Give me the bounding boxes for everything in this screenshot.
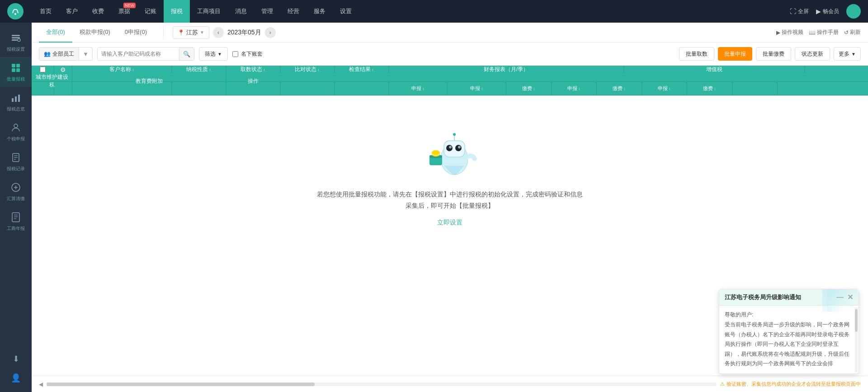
sort-icon-sub13: ↕ — [714, 86, 716, 91]
employee-icon: 👥 — [44, 51, 51, 57]
nav-invoice[interactable]: 票据 NEW — [111, 0, 137, 23]
svg-point-5 — [18, 39, 20, 42]
operation-manual-link[interactable]: 📖 操作手册 — [809, 29, 839, 36]
top-navigation: 首页 客户 收费 票据 NEW 记账 报税 工商项目 消息 管理 经营 服务 设… — [0, 0, 868, 23]
employee-selector[interactable]: 👥 全部员工 ▼ — [39, 47, 93, 61]
svg-rect-12 — [18, 95, 20, 102]
member-button[interactable]: ▶ 畅会员 — [816, 8, 839, 15]
tab-tax-declare[interactable]: 税款申报(0) — [72, 23, 118, 43]
date-navigation: 📍 江苏 ▼ ‹ 2023年05月 › — [163, 26, 276, 39]
setup-link[interactable]: 立即设置 — [437, 219, 462, 227]
left-scroll-arrow[interactable]: ◀ — [39, 381, 43, 387]
nav-right: ⛶ 全屏 ▶ 畅会员 — [790, 4, 861, 19]
th-sub-0 — [32, 82, 54, 95]
sort-icon: ↕ — [132, 67, 134, 72]
nav-service[interactable]: 服务 — [307, 0, 333, 23]
more-button[interactable]: 更多 ▼ — [834, 47, 861, 61]
nav-business[interactable]: 工商项目 — [190, 0, 228, 23]
tab-zero-declare[interactable]: 0申报(0) — [118, 23, 154, 43]
sidebar-item-tax-settings[interactable]: 报税设置 — [0, 27, 32, 57]
svg-rect-3 — [12, 37, 20, 38]
subsidiary-checkbox[interactable] — [232, 51, 238, 57]
batch-fetch-button[interactable]: 批量取数 — [679, 47, 714, 61]
settlement-icon — [9, 181, 22, 194]
notification-scrollbar[interactable] — [855, 307, 858, 373]
svg-point-35 — [432, 150, 440, 155]
tax-summary-icon — [9, 91, 22, 104]
toolbar: 👥 全部员工 ▼ 🔍 筛选 ▼ 名下账套 批 — [32, 43, 868, 66]
nav-management[interactable]: 管理 — [254, 0, 280, 23]
next-month-button[interactable]: › — [265, 27, 276, 38]
select-all-checkbox[interactable] — [40, 67, 46, 72]
svg-point-1 — [14, 13, 16, 15]
svg-rect-11 — [15, 96, 17, 102]
th-sub-6 — [335, 82, 389, 95]
new-badge: NEW — [123, 3, 136, 8]
th-sub-3 — [172, 82, 226, 95]
sidebar-item-user[interactable]: 👤 — [0, 368, 32, 387]
status-update-button[interactable]: 状态更新 — [795, 47, 830, 61]
sidebar-item-personal-tax[interactable]: 个税申报 — [0, 117, 32, 147]
table-header-sub: 申报 ↕ 申报 ↕ 缴费 ↕ 申报 ↕ 缴费 ↕ — [32, 82, 868, 96]
sidebar-item-annual-report[interactable]: 工商年报 — [0, 206, 32, 236]
table-header-top: ⚙ 客户名称 ↕ 纳税性质 ↕ 取数状态 ↕ 比对状态 ↕ — [32, 66, 868, 82]
settings-icon[interactable]: ⚙ — [60, 66, 66, 73]
th-sub-1 — [54, 82, 72, 95]
svg-point-27 — [449, 146, 452, 148]
batch-pay-button[interactable]: 批量缴费 — [756, 47, 791, 61]
warning-icon: ⚠ — [720, 381, 725, 387]
province-selector[interactable]: 📍 江苏 ▼ — [173, 26, 209, 39]
prev-month-button[interactable]: ‹ — [213, 27, 224, 38]
filter-button[interactable]: 筛选 ▼ — [199, 47, 228, 61]
tab-all[interactable]: 全部(0) — [39, 23, 72, 43]
fullscreen-icon: ⛶ — [790, 8, 796, 15]
employee-dropdown-icon[interactable]: ▼ — [79, 48, 92, 60]
nav-accounting[interactable]: 记账 — [137, 0, 164, 23]
nav-customer[interactable]: 客户 — [59, 0, 85, 23]
download-icon: ⬇ — [13, 354, 19, 364]
horizontal-scrollbar[interactable] — [47, 382, 717, 386]
th-sub-12: 申报 ↕ — [642, 82, 687, 95]
svg-rect-4 — [12, 39, 17, 41]
app-logo — [7, 3, 24, 19]
nav-billing[interactable]: 收费 — [85, 0, 111, 23]
sidebar-item-batch-tax[interactable]: 批量报税 — [0, 57, 32, 87]
th-check-result: 检查结果 ↕ — [335, 66, 389, 73]
sort-icon-sub10: ↕ — [578, 86, 580, 91]
nav-message[interactable]: 消息 — [228, 0, 254, 23]
refresh-button[interactable]: ↺ 刷新 — [844, 29, 861, 36]
th-fetch-status: 取数状态 ↕ — [226, 66, 280, 73]
user-avatar[interactable] — [846, 4, 861, 19]
search-button[interactable]: 🔍 — [179, 48, 194, 60]
fullscreen-button[interactable]: ⛶ 全屏 — [790, 8, 809, 15]
sort-icon-sub9: ↕ — [533, 86, 535, 91]
th-sub-2 — [72, 82, 172, 95]
tab-bar: 全部(0) 税款申报(0) 0申报(0) 📍 江苏 ▼ ‹ 2023年05月 — [32, 23, 868, 43]
sort-icon-sub12: ↕ — [669, 86, 671, 91]
province-icon: 📍 — [178, 29, 184, 36]
nav-home[interactable]: 首页 — [33, 0, 59, 23]
nav-settings[interactable]: 设置 — [333, 0, 359, 23]
personal-tax-icon — [9, 121, 22, 134]
sidebar-item-settlement[interactable]: 汇算清缴 — [0, 177, 32, 206]
th-sub-7: 申报 ↕ — [389, 82, 448, 95]
notification-content: 尊敬的用户: 受当前电子税务局进一步升级的影响，同一个政务网账号（办税人）名下的… — [725, 310, 853, 369]
th-checkbox-col — [32, 66, 54, 73]
batch-declare-button[interactable]: 批量申报 — [718, 47, 752, 61]
svg-rect-8 — [12, 68, 15, 72]
sidebar-item-tax-summary[interactable]: 报税总览 — [0, 87, 32, 117]
svg-rect-10 — [12, 98, 14, 102]
search-input[interactable] — [98, 48, 179, 60]
th-vat: 增值税 — [624, 66, 805, 73]
tab-actions: ▶ 操作视频 📖 操作手册 ↺ 刷新 — [776, 29, 861, 36]
sidebar-item-download[interactable]: ⬇ — [0, 349, 32, 368]
svg-rect-7 — [16, 64, 20, 67]
nav-tax[interactable]: 报税 — [164, 0, 190, 23]
sidebar-item-tax-record[interactable]: 报税记录 — [0, 147, 32, 177]
operation-video-link[interactable]: ▶ 操作视频 — [776, 29, 803, 36]
nav-operation[interactable]: 经营 — [280, 0, 307, 23]
notification-title: 江苏电子税务局升级影响通知 — [725, 293, 801, 301]
sort-icon-compare: ↕ — [317, 67, 320, 72]
th-sub-5 — [280, 82, 335, 95]
svg-point-13 — [14, 124, 18, 128]
